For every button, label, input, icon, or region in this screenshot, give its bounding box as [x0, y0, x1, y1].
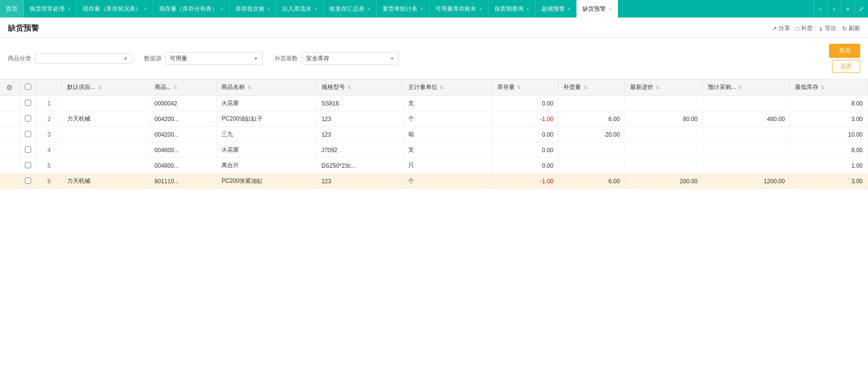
- nav-next-btn[interactable]: ›: [827, 0, 841, 18]
- tab-stock-dist-close[interactable]: ×: [220, 6, 223, 12]
- row-checkbox-cell: [19, 142, 36, 158]
- tab-home[interactable]: 首页: [0, 0, 24, 18]
- tab-stock-status-close[interactable]: ×: [144, 6, 147, 12]
- table-header-row: ⚙ 默认供应... ⇅ 商品... ⇅ 商品名称: [0, 79, 868, 96]
- row-min-stock: 3.00: [790, 174, 868, 189]
- refresh-icon: ↻: [842, 25, 847, 32]
- column-latest-price[interactable]: 最新进价 ⇅: [625, 79, 703, 96]
- row-estimated-purchase: [703, 127, 790, 142]
- share-button[interactable]: ↗ 分享: [772, 24, 790, 33]
- tab-stock-status[interactable]: 现存量（库存状况表） ×: [77, 0, 153, 18]
- column-min-stock[interactable]: 最低库存 ⇅: [790, 79, 868, 96]
- column-replenish-qty[interactable]: 补货量 ⇅: [559, 79, 625, 96]
- row-spec: SS816: [316, 96, 403, 111]
- tab-order-stat[interactable]: 要货单统计表 ×: [377, 0, 430, 18]
- tab-shortage[interactable]: 缺货预警 ×: [577, 0, 618, 18]
- row-unit: 只: [403, 158, 492, 174]
- row-estimated-purchase: [703, 158, 790, 174]
- row-stock: -1.00: [492, 111, 559, 127]
- tab-order-stat-close[interactable]: ×: [420, 6, 423, 12]
- table-row: 5 004800... 离合片 DS250*23c... 只 0.00 1.00: [0, 158, 868, 174]
- table-container: ⚙ 默认供应... ⇅ 商品... ⇅ 商品名称: [0, 79, 868, 189]
- category-select[interactable]: ▼: [35, 53, 132, 64]
- row-checkbox[interactable]: [25, 115, 31, 122]
- tab-stock-status-label: 现存量（库存状况表）: [83, 5, 141, 13]
- nav-close-btn[interactable]: ×: [841, 0, 854, 18]
- column-goods-code[interactable]: 商品... ⇅: [149, 79, 217, 96]
- row-min-stock: 8.00: [790, 142, 868, 158]
- settings-button[interactable]: 设置: [832, 60, 860, 73]
- tab-home-label: 首页: [6, 5, 18, 13]
- nav-expand-btn[interactable]: ⤢: [854, 0, 868, 18]
- row-goods-code: 004600...: [149, 142, 217, 158]
- row-checkbox[interactable]: [25, 131, 31, 137]
- nav-tabs: 首页 拣货异常处理 × 现存量（库存状况表） × 现存量（库存分布表） × 库存…: [0, 0, 868, 18]
- column-supplier-label: 默认供应...: [67, 84, 95, 90]
- row-checkbox[interactable]: [25, 100, 31, 106]
- tab-stock-dist-label: 现存量（库存分布表）: [159, 5, 217, 13]
- column-estimated-purchase-label: 预计采购...: [708, 84, 736, 90]
- tab-available[interactable]: 可用量库存账本 ×: [430, 0, 488, 18]
- row-number: 3: [36, 127, 62, 142]
- row-checkbox-cell: [19, 174, 36, 189]
- tab-stock-dist[interactable]: 现存量（库存分布表） ×: [153, 0, 230, 18]
- row-stock: 0.00: [492, 96, 559, 111]
- category-chevron-down-icon: ▼: [123, 56, 128, 61]
- tab-inout-close[interactable]: ×: [314, 6, 317, 12]
- row-estimated-purchase: 480.00: [703, 111, 790, 127]
- datasource-select[interactable]: 可用量 ▼: [165, 52, 263, 65]
- nav-prev-btn[interactable]: ‹: [814, 0, 827, 18]
- estimated-purchase-sort-icon: ⇅: [739, 85, 742, 90]
- row-min-stock: 1.00: [790, 158, 868, 174]
- column-stock[interactable]: 库存量 ⇅: [492, 79, 559, 96]
- goods-code-sort-icon: ⇅: [174, 85, 178, 90]
- column-settings[interactable]: ⚙: [0, 79, 19, 96]
- spec-sort-icon: ⇅: [347, 85, 351, 90]
- row-goods-code: 0000042: [149, 96, 217, 111]
- row-number: 4: [36, 142, 62, 158]
- refresh-button[interactable]: ↻ 刷新: [842, 24, 860, 33]
- row-number: 2: [36, 111, 62, 127]
- export-button[interactable]: ⤓ 导出: [818, 24, 836, 33]
- replenish-button[interactable]: □ 补货: [796, 24, 813, 33]
- column-unit[interactable]: 主计量单位 ⇅: [403, 79, 492, 96]
- row-supplier: [62, 142, 149, 158]
- share-label: 分享: [778, 24, 790, 33]
- export-icon: ⤓: [818, 25, 823, 32]
- tab-picking-label: 拣货异常处理: [30, 5, 65, 13]
- tab-picking[interactable]: 拣货异常处理 ×: [24, 0, 77, 18]
- table-body: 1 0000042 火花塞 SS816 支 0.00 8.00 2 力天机械 0…: [0, 96, 868, 189]
- row-checkbox[interactable]: [25, 177, 31, 184]
- column-supplier[interactable]: 默认供应... ⇅: [62, 79, 149, 96]
- row-estimated-purchase: [703, 96, 790, 111]
- tab-overstock-close[interactable]: ×: [568, 6, 571, 12]
- tab-overstock[interactable]: 超储预警 ×: [536, 0, 577, 18]
- tab-batch[interactable]: 库存批次账 ×: [230, 0, 277, 18]
- row-checkbox-cell: [19, 96, 36, 111]
- tab-expiry-close[interactable]: ×: [526, 6, 529, 12]
- tab-expiry[interactable]: 保质期查询 ×: [488, 0, 536, 18]
- column-goods-name[interactable]: 商品名称 ⇅: [217, 79, 316, 96]
- tab-shortage-close[interactable]: ×: [609, 6, 612, 12]
- column-num: [36, 79, 62, 96]
- column-spec[interactable]: 规格型号 ⇅: [316, 79, 403, 96]
- tab-summary-close[interactable]: ×: [367, 6, 370, 12]
- nav-controls: ‹ › × ⤢: [814, 0, 868, 18]
- row-checkbox[interactable]: [25, 162, 31, 168]
- row-number: 1: [36, 96, 62, 111]
- query-button[interactable]: 查询: [829, 44, 860, 58]
- row-checkbox[interactable]: [25, 146, 31, 153]
- tab-available-close[interactable]: ×: [479, 6, 482, 12]
- tab-picking-close[interactable]: ×: [68, 6, 71, 12]
- replenish-base-select[interactable]: 安全库存 ▼: [302, 52, 399, 65]
- row-supplier: [62, 158, 149, 174]
- tab-summary[interactable]: 收发存汇总表 ×: [324, 0, 377, 18]
- gear-icon: ⚙: [6, 84, 13, 91]
- tab-order-stat-label: 要货单统计表: [382, 5, 417, 13]
- tab-inout[interactable]: 出入库流水 ×: [276, 0, 324, 18]
- column-estimated-purchase[interactable]: 预计采购... ⇅: [703, 79, 790, 96]
- tab-batch-close[interactable]: ×: [268, 6, 271, 12]
- table-row: 1 0000042 火花塞 SS816 支 0.00 8.00: [0, 96, 868, 111]
- select-all-checkbox[interactable]: [25, 84, 31, 90]
- latest-price-sort-icon: ⇅: [656, 85, 660, 90]
